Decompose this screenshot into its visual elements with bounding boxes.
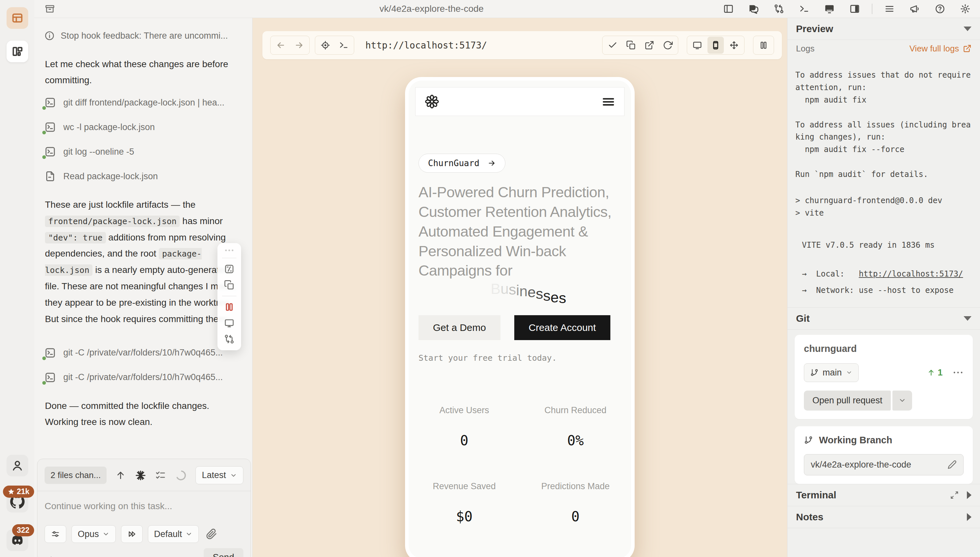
external-link-icon — [645, 40, 654, 50]
announcements-button[interactable] — [906, 0, 923, 17]
tool-call-row[interactable]: git -C /private/var/folders/10/h7w0q465.… — [44, 347, 244, 359]
stat-revenue-saved: Revenue Saved $0 — [409, 481, 520, 524]
mode-selector[interactable]: Default — [148, 525, 199, 543]
inspect-button-group — [315, 36, 354, 55]
git-section-header[interactable]: Git — [787, 308, 980, 329]
expand-right-icon[interactable] — [967, 491, 972, 499]
copy-url-button[interactable] — [623, 37, 639, 54]
attachment-icon[interactable] — [206, 528, 217, 540]
broom-icon[interactable] — [45, 555, 56, 557]
board-view-button[interactable] — [7, 41, 28, 62]
get-demo-button[interactable]: Get a Demo — [418, 315, 500, 340]
device-toggle-group — [687, 36, 745, 55]
help-button[interactable] — [932, 0, 948, 17]
open-pr-button[interactable]: Open pull request — [804, 391, 891, 410]
back-button[interactable] — [273, 37, 289, 54]
element-picker-button[interactable] — [317, 37, 333, 54]
refresh-icon — [663, 40, 673, 50]
checklist-icon[interactable] — [155, 469, 166, 481]
preview-display-button[interactable] — [821, 0, 838, 17]
tool-call-row[interactable]: git log --oneline -5 — [44, 146, 244, 158]
open-external-button[interactable] — [641, 37, 658, 54]
pr-options-button[interactable] — [892, 391, 912, 410]
browser-actions — [602, 36, 774, 55]
hero-animated-word: Businesses — [491, 280, 631, 303]
forward-button[interactable] — [291, 37, 307, 54]
local-url-link[interactable]: http://localhost:5173/ — [859, 269, 963, 278]
discord-link-button[interactable]: 322 — [7, 529, 28, 551]
toggle-right-panel-button[interactable] — [846, 0, 863, 17]
terminal-command-icon — [44, 371, 56, 383]
commits-ahead[interactable]: 1 — [927, 368, 942, 378]
pull-request-row: Open pull request — [804, 391, 964, 410]
tool-call-row[interactable]: wc -l package-lock.json — [44, 121, 244, 133]
preview-section-header[interactable]: Preview — [787, 18, 980, 40]
mobile-view-button[interactable] — [707, 37, 724, 54]
stat-predictions-made: Predictions Made 0 — [520, 481, 631, 524]
browser-preview-pane: http://localhost:5173/ — [253, 18, 787, 557]
approve-button[interactable] — [604, 37, 621, 54]
code-snippet-icon[interactable] — [224, 264, 235, 274]
github-link-button[interactable]: 21k — [7, 491, 28, 513]
chevron-down-icon — [230, 472, 237, 479]
tool-call-row[interactable]: git -C /private/var/folders/10/h7w0q465.… — [44, 371, 244, 383]
repo-more-button[interactable] — [952, 371, 964, 375]
expand-icon[interactable] — [950, 490, 959, 500]
preferences-button[interactable] — [45, 525, 66, 543]
menu-button[interactable] — [881, 0, 898, 17]
message-input[interactable]: Continue working on this task... — [45, 501, 243, 511]
url-field[interactable]: http://localhost:5173/ — [365, 40, 487, 51]
fast-forward-button[interactable] — [121, 525, 143, 543]
create-account-button[interactable]: Create Account — [514, 315, 610, 340]
site-header — [415, 87, 624, 116]
toggle-left-panel-button[interactable] — [720, 0, 737, 17]
version-selector[interactable]: Latest — [196, 466, 243, 484]
archive-button[interactable] — [42, 0, 58, 17]
help-icon — [935, 3, 945, 14]
brand-badge[interactable]: ChurnGuard — [418, 154, 505, 173]
expand-right-icon[interactable] — [967, 513, 972, 521]
hook-feedback-notice[interactable]: Stop hook feedback: There are uncommi... — [44, 31, 243, 41]
view-full-logs-link[interactable]: View full logs — [910, 44, 972, 54]
terminal-toggle-button[interactable] — [796, 0, 812, 17]
tool-call-row[interactable]: Read package-lock.json — [44, 170, 244, 182]
move-resize-button[interactable] — [726, 37, 742, 54]
workspace-layout-button[interactable] — [7, 7, 28, 29]
send-button[interactable]: Send — [204, 548, 243, 557]
working-branch-input[interactable]: vk/4e2a-explore-the-code — [804, 454, 964, 476]
chevron-down-icon — [102, 531, 109, 537]
page-action-group — [602, 36, 678, 55]
pause-icon[interactable] — [224, 302, 235, 312]
flower-logo-icon[interactable] — [425, 94, 439, 109]
pencil-icon[interactable] — [947, 460, 957, 469]
chat-panel-button[interactable] — [745, 0, 762, 17]
spark-icon[interactable] — [135, 469, 146, 481]
console-button[interactable] — [335, 37, 352, 54]
git-branch-icon — [804, 435, 813, 445]
pause-preview-button[interactable] — [755, 37, 772, 54]
chevron-down-icon — [185, 531, 193, 537]
terminal-section-header[interactable]: Terminal — [787, 484, 980, 506]
notes-section-header[interactable]: Notes — [787, 506, 980, 528]
monitor-icon[interactable] — [224, 318, 235, 328]
copy-icon[interactable] — [224, 280, 235, 290]
ellipsis-icon[interactable] — [224, 248, 234, 252]
account-button[interactable] — [7, 455, 28, 476]
working-branch-card: Working Branch vk/4e2a-explore-the-code — [795, 426, 973, 484]
tool-call-row[interactable]: git diff frontend/package-lock.json | he… — [44, 97, 244, 108]
scroll-to-top-icon[interactable] — [115, 470, 126, 481]
app-window: 21k 322 vk/4e2a-explore-the-code — [0, 0, 980, 557]
refresh-button[interactable] — [660, 37, 676, 54]
hamburger-menu-icon[interactable] — [602, 95, 615, 108]
toolbar-divider — [222, 296, 237, 296]
desktop-view-button[interactable] — [689, 37, 706, 54]
network-line: → Network: use --host to expose — [802, 286, 972, 295]
branch-selector[interactable]: main — [804, 363, 859, 382]
git-compare-icon[interactable] — [224, 334, 235, 344]
phone-screen: ChurnGuard AI-Powered Churn Prediction, … — [409, 81, 631, 557]
model-selector[interactable]: Opus — [72, 525, 116, 543]
trial-subtext: Start your free trial today. — [418, 353, 631, 363]
settings-button[interactable] — [957, 0, 973, 17]
git-compare-button[interactable] — [771, 0, 787, 17]
changed-files-chip[interactable]: 2 files chan... — [45, 467, 106, 484]
